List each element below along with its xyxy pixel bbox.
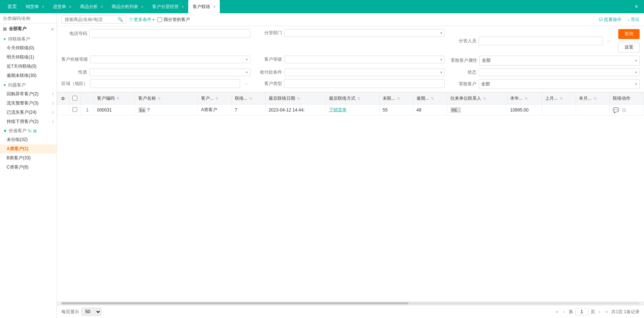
nav-customer-contact[interactable]: 客户联络 × — [188, 0, 220, 13]
edit-groups-icon[interactable]: ⊞ — [33, 128, 37, 134]
filter-bar: 🔍 ▽ 更多条件 ▾ 我分管的客户 ☑ 批量操作 ↓ 导出 — [57, 13, 644, 26]
problem-customers-group[interactable]: ▼ 问题客户 — [0, 80, 57, 89]
sort-prev-icon[interactable]: ⇅ — [483, 96, 486, 100]
all-customers-header[interactable]: ⊞ 全部客户 « — [0, 24, 57, 34]
check-all-checkbox[interactable] — [72, 96, 77, 100]
filter-nature-select[interactable]: ▾ — [89, 68, 250, 76]
filter-sparse-attr-select[interactable]: 全部 ▾ — [479, 56, 640, 66]
sort-overdue-icon[interactable]: ⇅ — [431, 96, 434, 100]
prev-page-btn[interactable]: ‹ — [562, 308, 566, 315]
last-page-btn[interactable]: » — [604, 308, 609, 315]
th-name[interactable]: 客户名称 ⇅ — [135, 93, 198, 105]
sidebar-search-input[interactable] — [3, 16, 57, 21]
nav-customer-segment[interactable]: 客户分层经营 × — [148, 0, 188, 13]
next-page-btn[interactable]: › — [597, 308, 602, 315]
td-check-cell[interactable] — [69, 105, 81, 116]
filter-sparse-customer-select[interactable]: 全部 ▾ — [479, 79, 640, 89]
refresh-icon[interactable]: ↻ — [28, 128, 32, 134]
filter-manager-input[interactable] — [479, 36, 603, 45]
per-page-select[interactable]: 50 100 200 — [81, 308, 101, 316]
settings-button[interactable]: 设置 — [618, 42, 640, 53]
sort-code-icon[interactable]: ⇅ — [117, 96, 119, 100]
sort-nocontact-icon[interactable]: ⇅ — [397, 96, 400, 100]
th-check[interactable] — [69, 93, 81, 105]
nav-home[interactable]: 首页 — [3, 0, 21, 13]
nav-goods-analysis[interactable]: 商品分析 × — [76, 0, 107, 13]
sidebar-item-declining[interactable]: 持续下滑客户(2) ℹ — [0, 117, 57, 126]
my-customer-checkbox-area[interactable]: 我分管的客户 — [157, 17, 190, 23]
th-type[interactable]: 客户... ⇅ — [198, 93, 232, 105]
nav-purchase[interactable]: 进货单 × — [49, 0, 76, 13]
th-last-method[interactable]: 最后联络方式 ⇅ — [326, 93, 379, 105]
export-btn[interactable]: ↓ 导出 — [627, 17, 640, 23]
nav-sales[interactable]: 销货单 × — [21, 0, 49, 13]
sort-date-icon[interactable]: ⇅ — [297, 96, 300, 100]
sidebar-item-unclassified[interactable]: 未分组(32) — [0, 135, 57, 144]
sort-method-icon[interactable]: ⇅ — [357, 96, 360, 100]
value-customers-group[interactable]: ▼ 价值客户 ↻ ⊞ — [0, 126, 57, 135]
sidebar-item-churned[interactable]: 已流失客户(24) ℹ — [0, 108, 57, 117]
th-this-month[interactable]: 本月... ⇅ — [576, 93, 610, 105]
chat-action-icon[interactable]: 💬 — [613, 107, 619, 113]
sidebar-item-repurchase-abnormal[interactable]: 回购异常客户(2) ℹ — [0, 89, 57, 99]
th-no-contact[interactable]: 未联... ⇅ — [379, 93, 413, 105]
th-code[interactable]: 客户编码 ⇅ — [94, 93, 135, 105]
sort-lm-icon[interactable]: ⇅ — [560, 96, 563, 100]
th-contact[interactable]: 联络... ⇅ — [232, 93, 265, 105]
sidebar-item-b-class[interactable]: B类客户(33) — [0, 153, 57, 163]
main-search-input[interactable] — [65, 17, 116, 22]
td-last-method[interactable]: 下销货单 — [326, 105, 379, 116]
th-last-date[interactable]: 最后联络日期 ⇅ — [265, 93, 326, 105]
th-prev-contact[interactable]: 往来单位联系人 ⇅ — [447, 93, 507, 105]
query-button[interactable]: 查询 — [618, 29, 640, 39]
th-this-year[interactable]: 本年... ⇅ — [507, 93, 542, 105]
sort-tm-icon[interactable]: ⇅ — [594, 96, 597, 100]
scrollbar-thumb[interactable] — [61, 302, 408, 304]
close-segment-icon[interactable]: × — [182, 4, 184, 9]
th-gear[interactable]: ⚙ — [57, 93, 69, 105]
filter-dept-select[interactable]: ▾ — [284, 29, 445, 37]
close-contact-icon[interactable]: × — [213, 4, 215, 9]
close-purchase-icon[interactable]: × — [69, 4, 71, 9]
sidebar-item-tomorrow[interactable]: 明天待联络(1) — [0, 53, 57, 62]
sort-year-icon[interactable]: ⇅ — [525, 96, 527, 100]
filter-payment-select[interactable]: ▾ — [284, 68, 445, 76]
close-goods-analysis-icon[interactable]: × — [101, 4, 103, 9]
filter-price-grade-select[interactable]: ▾ — [90, 56, 250, 63]
filter-customer-type-input[interactable] — [284, 79, 445, 88]
first-page-btn[interactable]: « — [554, 308, 560, 315]
horizontal-scrollbar[interactable] — [57, 301, 644, 305]
filter-region-dots[interactable]: ··· — [242, 80, 250, 87]
close-all-icon[interactable]: × — [632, 3, 641, 10]
th-last-month[interactable]: 上月... ⇅ — [542, 93, 576, 105]
collapse-icon[interactable]: « — [51, 26, 54, 32]
sort-name-icon[interactable]: ⇅ — [158, 96, 161, 100]
filter-region-input[interactable] — [90, 79, 240, 88]
th-overdue[interactable]: 逾期... ⇅ — [413, 93, 447, 105]
sidebar-item-c-class[interactable]: C类客户(6) — [0, 163, 57, 172]
pending-contact-group[interactable]: ▼ 待联络客户 — [0, 34, 57, 43]
sort-type-icon[interactable]: ⇅ — [215, 96, 218, 100]
more-conditions-btn[interactable]: ▽ 更多条件 ▾ — [129, 17, 154, 23]
sidebar-item-churn-warning[interactable]: 流失预警客户(3) ℹ — [0, 99, 57, 108]
page-input[interactable] — [575, 308, 588, 315]
sidebar-item-today[interactable]: 今天待联络(0) — [0, 43, 57, 53]
main-search-icon[interactable]: 🔍 — [118, 17, 123, 22]
sidebar-item-7days[interactable]: 近7天待联络(0) — [0, 62, 57, 71]
filter-manager-dots[interactable]: ··· — [605, 38, 613, 44]
my-customer-checkbox[interactable] — [157, 17, 162, 22]
td-this-year: 10995.00 — [507, 105, 542, 116]
filter-status-select[interactable]: ▾ — [479, 68, 640, 76]
sidebar-item-overdue[interactable]: 逾期未联络(30) — [0, 71, 57, 80]
qr-action-icon[interactable]: ⊞ — [622, 107, 626, 113]
row-checkbox[interactable] — [72, 107, 77, 112]
batch-ops-btn[interactable]: ☑ 批量操作 — [599, 17, 622, 23]
close-sales-icon[interactable]: × — [42, 4, 44, 9]
filter-customer-grade-label: 客户等级 — [256, 56, 282, 63]
filter-customer-grade-select[interactable]: ▾ — [284, 56, 445, 63]
sidebar-item-a-class[interactable]: A类客户(1) — [0, 144, 57, 153]
close-goods-list-icon[interactable]: × — [141, 4, 143, 9]
sort-contact-icon[interactable]: ⇅ — [249, 96, 252, 100]
nav-goods-list[interactable]: 商品分析列表 × — [107, 0, 148, 13]
filter-phone-input[interactable] — [89, 29, 250, 38]
